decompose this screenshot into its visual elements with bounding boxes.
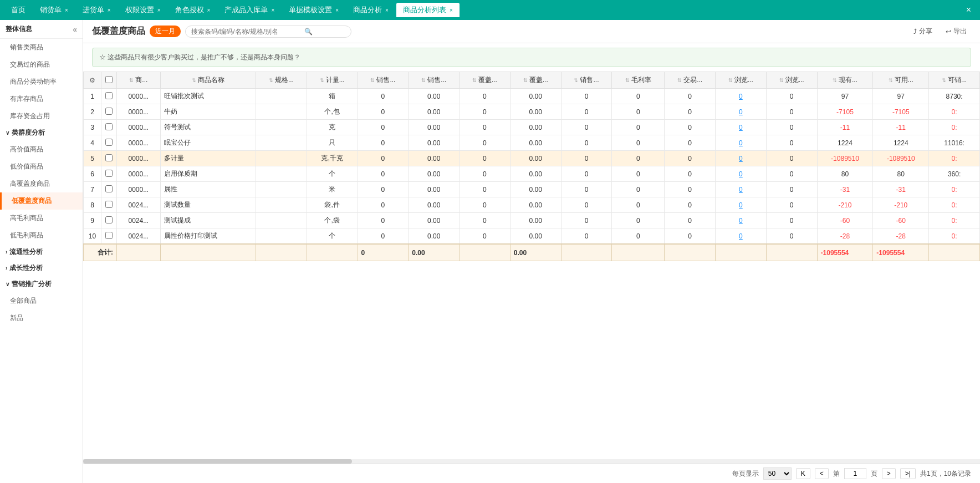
close-permission-icon[interactable]: ×: [157, 7, 161, 13]
row-select-checkbox[interactable]: [105, 201, 113, 208]
row-cover1: 0: [460, 166, 511, 182]
sidebar-section-growth-analysis[interactable]: › 成长性分析: [0, 260, 83, 276]
row-name[interactable]: 测试提成: [160, 213, 256, 228]
sidebar-section-marketing-analysis[interactable]: ∨ 营销推广分析: [0, 276, 83, 292]
window-close-button[interactable]: ×: [962, 3, 976, 17]
row-view2: 0: [766, 197, 817, 213]
nav-item-role[interactable]: 角色授权 ×: [169, 3, 217, 17]
nav-item-home[interactable]: 首页: [4, 3, 32, 17]
sidebar-item-in-stock[interactable]: 有库存商品: [0, 90, 83, 108]
row-name[interactable]: 符号测试: [160, 120, 256, 135]
row-checkbox[interactable]: [101, 151, 117, 166]
row-select-checkbox[interactable]: [105, 108, 113, 115]
sidebar-item-new-goods[interactable]: 新品: [0, 309, 83, 327]
row-name[interactable]: 测试数量: [160, 197, 256, 213]
row-name[interactable]: 启用保质期: [160, 166, 256, 182]
totals-code: [117, 244, 161, 261]
row-select-checkbox[interactable]: [105, 154, 113, 161]
row-name[interactable]: 属性: [160, 182, 256, 197]
sidebar-item-all-goods[interactable]: 全部商品: [0, 292, 83, 309]
row-view1[interactable]: 0: [716, 151, 767, 166]
nav-item-product-analysis[interactable]: 商品分析 ×: [346, 3, 395, 17]
sidebar-section-group-analysis[interactable]: ∨ 类群度分析: [0, 125, 83, 141]
row-sale2: 0.00: [409, 213, 460, 228]
close-role-icon[interactable]: ×: [207, 7, 211, 13]
sidebar-item-high-margin[interactable]: 高毛利商品: [0, 210, 83, 227]
page-number-input[interactable]: [844, 468, 866, 479]
sidebar-item-high-value[interactable]: 高价值商品: [0, 141, 83, 158]
row-select-checkbox[interactable]: [105, 139, 113, 146]
search-icon[interactable]: 🔍: [304, 28, 313, 35]
row-checkbox[interactable]: [101, 197, 117, 213]
row-select-checkbox[interactable]: [105, 123, 113, 130]
row-sale3: 0: [561, 135, 612, 151]
row-checkbox[interactable]: [101, 182, 117, 197]
row-view1[interactable]: 0: [716, 213, 767, 228]
per-page-select[interactable]: 50 100 200: [763, 467, 792, 480]
search-input[interactable]: [191, 28, 302, 35]
horizontal-scrollbar[interactable]: [83, 459, 980, 464]
next-page-button[interactable]: >: [882, 468, 896, 479]
sidebar-item-category-sales-rate[interactable]: 商品分类动销率: [0, 73, 83, 90]
row-view1[interactable]: 0: [716, 89, 767, 104]
nav-item-purchase[interactable]: 进货单 ×: [76, 3, 118, 17]
sidebar-item-high-coverage[interactable]: 高覆盖度商品: [0, 175, 83, 192]
row-checkbox[interactable]: [101, 120, 117, 135]
nav-item-sales[interactable]: 销货单 ×: [33, 3, 75, 17]
row-view1[interactable]: 0: [716, 166, 767, 182]
nav-item-product-analysis-list[interactable]: 商品分析列表 ×: [396, 3, 460, 17]
row-name[interactable]: 旺铺批次测试: [160, 89, 256, 104]
row-checkbox[interactable]: [101, 166, 117, 182]
settings-icon[interactable]: ⚙: [89, 77, 95, 84]
select-all-checkbox[interactable]: [105, 76, 113, 83]
first-page-button[interactable]: K: [796, 468, 810, 479]
close-product-analysis-icon[interactable]: ×: [385, 7, 389, 13]
col-settings[interactable]: ⚙: [84, 72, 101, 89]
row-view1[interactable]: 0: [716, 120, 767, 135]
row-select-checkbox[interactable]: [105, 92, 113, 99]
prev-page-button[interactable]: <: [815, 468, 829, 479]
scrollbar-thumb[interactable]: [83, 459, 352, 464]
row-select-checkbox[interactable]: [105, 232, 113, 239]
sidebar-item-stock-capital[interactable]: 库存资金占用: [0, 108, 83, 125]
row-select-checkbox[interactable]: [105, 170, 113, 177]
row-checkbox[interactable]: [101, 135, 117, 151]
col-checkbox-header[interactable]: [101, 72, 117, 89]
sidebar-item-low-value[interactable]: 低价值商品: [0, 158, 83, 175]
sidebar-item-low-margin[interactable]: 低毛利商品: [0, 227, 83, 244]
close-product-warehouse-icon[interactable]: ×: [271, 7, 274, 13]
time-filter-button[interactable]: 近一月: [150, 26, 181, 37]
row-view1[interactable]: 0: [716, 182, 767, 197]
export-button[interactable]: ↩ 导出: [941, 24, 971, 38]
last-page-button[interactable]: >|: [900, 468, 916, 479]
row-name[interactable]: 牛奶: [160, 104, 256, 120]
sidebar-item-sales-goods[interactable]: 销售类商品: [0, 39, 83, 56]
share-button[interactable]: ⤴ 分享: [909, 24, 937, 38]
row-name[interactable]: 属性价格打印测试: [160, 228, 256, 245]
row-view1[interactable]: 0: [716, 104, 767, 120]
row-select-checkbox[interactable]: [105, 216, 113, 223]
nav-item-permission[interactable]: 权限设置 ×: [119, 3, 167, 17]
row-trade: 0: [665, 182, 716, 197]
row-checkbox[interactable]: [101, 89, 117, 104]
row-view1[interactable]: 0: [716, 228, 767, 245]
row-checkbox[interactable]: [101, 228, 117, 245]
sidebar-collapse-button[interactable]: «: [73, 25, 77, 34]
close-product-analysis-list-icon[interactable]: ×: [450, 7, 453, 13]
sidebar-section-circulation-analysis[interactable]: › 流通性分析: [0, 244, 83, 260]
close-sales-icon[interactable]: ×: [65, 7, 68, 13]
close-template-icon[interactable]: ×: [335, 7, 339, 13]
nav-item-product-warehouse[interactable]: 产成品入库单 ×: [218, 3, 281, 17]
nav-item-template[interactable]: 单据模板设置 ×: [282, 3, 345, 17]
row-name[interactable]: 眠宝公仔: [160, 135, 256, 151]
row-view1[interactable]: 0: [716, 135, 767, 151]
row-select-checkbox[interactable]: [105, 185, 113, 192]
row-unit: 克: [307, 120, 358, 135]
row-checkbox[interactable]: [101, 213, 117, 228]
row-checkbox[interactable]: [101, 104, 117, 120]
row-view1[interactable]: 0: [716, 197, 767, 213]
sidebar-item-low-coverage[interactable]: 低覆盖度商品: [0, 192, 83, 210]
close-purchase-icon[interactable]: ×: [108, 7, 111, 13]
sidebar-item-traded-goods[interactable]: 交易过的商品: [0, 56, 83, 73]
row-name[interactable]: 多计量: [160, 151, 256, 166]
